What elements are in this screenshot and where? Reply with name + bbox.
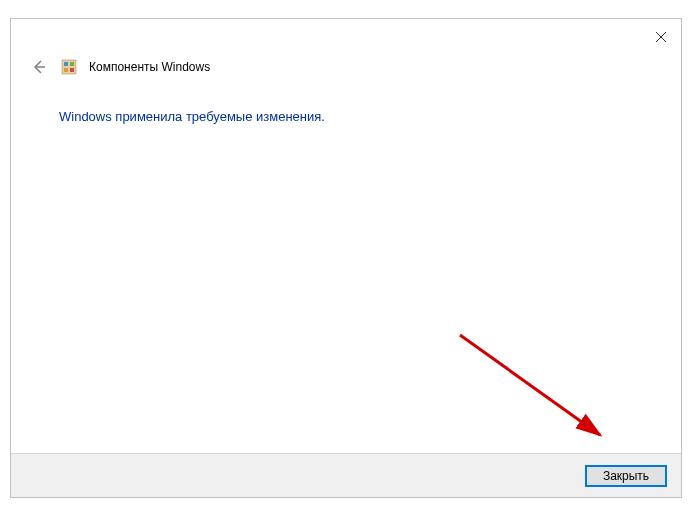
svg-rect-5 — [70, 62, 74, 66]
svg-rect-6 — [64, 68, 68, 72]
dialog-title: Компоненты Windows — [89, 60, 210, 74]
dialog-window: Компоненты Windows Windows применила тре… — [10, 18, 682, 498]
close-icon — [656, 32, 666, 42]
dialog-header: Компоненты Windows — [29, 57, 210, 77]
svg-rect-4 — [64, 62, 68, 66]
svg-rect-7 — [70, 68, 74, 72]
close-button[interactable]: Закрыть — [585, 465, 667, 487]
dialog-footer: Закрыть — [11, 453, 681, 497]
windows-features-icon — [61, 59, 77, 75]
status-message: Windows применила требуемые изменения. — [59, 109, 325, 124]
back-button[interactable] — [29, 57, 49, 77]
back-arrow-icon — [31, 59, 47, 75]
window-close-button[interactable] — [649, 25, 673, 49]
